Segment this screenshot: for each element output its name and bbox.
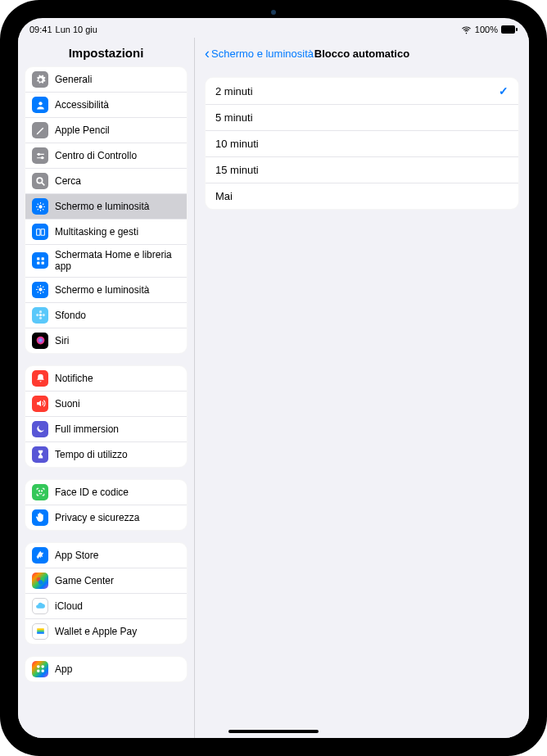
sidebar-item-label: Accessibilità xyxy=(55,99,109,111)
svg-point-24 xyxy=(38,288,42,292)
sidebar-group: GeneraliAccessibilitàApple PencilCentro … xyxy=(25,66,188,354)
svg-line-17 xyxy=(43,203,43,204)
option-label: 5 minuti xyxy=(215,111,253,124)
svg-point-40 xyxy=(41,491,42,491)
screen: 09:41 Lun 10 giu 100% Impostazioni Gener… xyxy=(18,18,529,738)
svg-line-16 xyxy=(37,209,38,210)
sidebar-item-label: Full immersion xyxy=(55,423,119,435)
svg-line-31 xyxy=(37,292,38,292)
brightness-icon xyxy=(32,198,48,215)
cloud-icon xyxy=(32,598,48,614)
sidebar-item-label: App xyxy=(55,663,72,675)
svg-rect-46 xyxy=(37,631,44,632)
sidebar-item[interactable]: Cerca xyxy=(25,169,187,194)
sidebar-item[interactable]: Apple Pencil xyxy=(25,118,187,143)
sidebar-item[interactable]: App xyxy=(25,657,187,681)
svg-rect-47 xyxy=(37,632,44,634)
sidebar-item[interactable]: Schermo e luminosità xyxy=(25,194,187,220)
camera-dot xyxy=(271,10,276,15)
option-row[interactable]: 2 minuti✓ xyxy=(206,78,518,105)
status-time: 09:41 xyxy=(29,25,52,34)
back-label: Schermo e luminosità xyxy=(211,48,314,60)
option-row[interactable]: 10 minuti xyxy=(206,131,518,157)
sidebar-group: NotificheSuoniFull immersionTempo di uti… xyxy=(25,365,188,468)
sidebar-item[interactable]: Generali xyxy=(25,67,187,93)
moon-icon xyxy=(32,421,48,437)
gamecenter-icon xyxy=(32,573,48,589)
svg-point-4 xyxy=(38,153,39,155)
sidebar-item[interactable]: Tempo di utilizzo xyxy=(25,442,187,467)
svg-rect-18 xyxy=(36,229,39,235)
bell-icon xyxy=(32,370,48,387)
appstore-icon: A xyxy=(32,547,48,564)
svg-rect-23 xyxy=(41,261,43,264)
sidebar-item[interactable]: Full immersion xyxy=(25,417,187,442)
battery-percent: 100% xyxy=(475,25,498,34)
sidebar: Impostazioni GeneraliAccessibilitàApple … xyxy=(18,38,195,738)
device-frame: 09:41 Lun 10 giu 100% Impostazioni Gener… xyxy=(0,0,547,756)
switches-icon xyxy=(32,147,48,164)
wallet-icon xyxy=(32,623,48,640)
sidebar-item-label: App Store xyxy=(55,550,98,561)
apps-icon xyxy=(32,661,48,677)
status-date: Lun 10 giu xyxy=(56,25,97,34)
sidebar-item-label: Generali xyxy=(55,74,92,85)
hourglass-icon xyxy=(32,446,48,463)
svg-rect-19 xyxy=(41,229,44,235)
svg-rect-21 xyxy=(41,257,43,260)
svg-point-35 xyxy=(38,317,41,319)
search-icon xyxy=(32,173,48,189)
status-right: 100% xyxy=(461,25,518,35)
sidebar-item[interactable]: Sfondo xyxy=(25,303,187,328)
sidebar-item[interactable]: Game Center xyxy=(25,568,187,594)
home-indicator[interactable] xyxy=(228,730,319,733)
sidebar-item-label: Apple Pencil xyxy=(55,124,110,136)
svg-point-2 xyxy=(38,102,42,105)
sidebar-item-label: Notifiche xyxy=(55,373,93,384)
sidebar-item[interactable]: Face ID e codice xyxy=(25,480,187,505)
svg-point-44 xyxy=(38,580,42,584)
sidebar-group: App xyxy=(25,656,188,682)
svg-point-39 xyxy=(38,491,39,491)
wifi-icon xyxy=(461,25,472,35)
sidebar-item[interactable]: Schermata Home e libreria app xyxy=(25,245,187,278)
content: Impostazioni GeneraliAccessibilitàApple … xyxy=(18,38,529,738)
svg-point-33 xyxy=(38,314,41,316)
option-row[interactable]: Mai xyxy=(206,183,518,209)
chevron-left-icon: ‹ xyxy=(205,46,210,61)
svg-rect-50 xyxy=(37,670,39,672)
sidebar-item-label: Suoni xyxy=(55,398,80,410)
sidebar-item[interactable]: Centro di Controllo xyxy=(25,143,187,169)
sidebar-scroll[interactable]: GeneraliAccessibilitàApple PencilCentro … xyxy=(18,66,194,738)
option-row[interactable]: 15 minuti xyxy=(206,157,518,183)
sidebar-item-label: Schermo e luminosità xyxy=(55,201,149,212)
sidebar-item-label: Siri xyxy=(55,335,69,346)
battery-icon xyxy=(501,25,518,34)
sidebar-item[interactable]: AApp Store xyxy=(25,543,187,568)
svg-rect-22 xyxy=(37,261,39,264)
sidebar-item[interactable]: iCloud xyxy=(25,594,187,619)
back-button[interactable]: ‹ Schermo e luminosità xyxy=(205,46,314,61)
sidebar-item[interactable]: Privacy e sicurezza xyxy=(25,505,187,530)
svg-rect-48 xyxy=(37,665,39,668)
sidebar-item[interactable]: Accessibilità xyxy=(25,93,187,118)
sidebar-item-label: Privacy e sicurezza xyxy=(55,512,139,523)
faceid-icon xyxy=(32,484,48,500)
svg-rect-49 xyxy=(41,665,43,668)
sidebar-item[interactable]: Multitasking e gesti xyxy=(25,220,187,245)
grid-icon xyxy=(32,252,48,269)
svg-point-34 xyxy=(38,310,41,313)
sidebar-item[interactable]: Notifiche xyxy=(25,366,187,392)
sidebar-item[interactable]: Schermo e luminosità xyxy=(25,278,187,303)
detail-pane: ‹ Schermo e luminosità Blocco automatico… xyxy=(195,38,529,738)
sidebar-item[interactable]: Suoni xyxy=(25,392,187,417)
svg-text:A: A xyxy=(38,551,43,559)
pencil-icon xyxy=(32,122,48,138)
svg-line-14 xyxy=(37,203,38,204)
sidebar-item-label: Tempo di utilizzo xyxy=(55,449,128,460)
speaker-icon xyxy=(32,396,48,412)
sidebar-item[interactable]: Siri xyxy=(25,328,187,353)
sidebar-item[interactable]: Wallet e Apple Pay xyxy=(25,619,187,644)
svg-point-9 xyxy=(38,205,42,208)
option-row[interactable]: 5 minuti xyxy=(206,105,518,131)
